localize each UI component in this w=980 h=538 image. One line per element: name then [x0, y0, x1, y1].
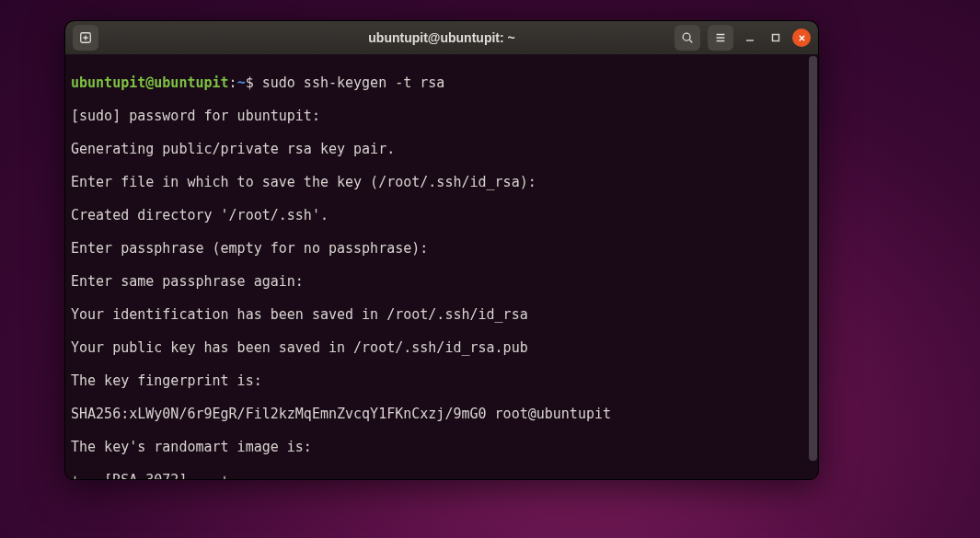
output-line: [sudo] password for ubuntupit: — [71, 108, 813, 124]
titlebar: ubuntupit@ubuntupit: ~ — [65, 21, 818, 54]
terminal-body[interactable]: ubuntupit@ubuntupit:~$ sudo ssh-keygen -… — [65, 54, 818, 479]
prompt-line: ubuntupit@ubuntupit:~$ sudo ssh-keygen -… — [71, 74, 813, 91]
prompt-user-host: ubuntupit@ubuntupit — [71, 74, 229, 91]
output-line: SHA256:xLWy0N/6r9EgR/Fil2kzMqEmnZvcqY1FK… — [71, 406, 813, 422]
terminal-window: ubuntupit@ubuntupit: ~ ubuntupit@ubuntup… — [64, 20, 819, 480]
output-line: Enter same passphrase again: — [71, 273, 813, 290]
output-line: Your identification has been saved in /r… — [71, 306, 813, 323]
randomart-line: +---[RSA 3072]----+ — [71, 472, 813, 480]
maximize-button[interactable] — [767, 29, 785, 47]
scrollbar-thumb[interactable] — [809, 56, 817, 461]
svg-line-4 — [689, 40, 692, 42]
svg-rect-9 — [773, 35, 779, 41]
close-button[interactable] — [792, 29, 811, 47]
command-text: sudo ssh-keygen -t rsa — [262, 74, 445, 91]
scrollbar[interactable] — [809, 56, 817, 461]
output-line: The key fingerprint is: — [71, 372, 813, 389]
output-line: The key's randomart image is: — [71, 439, 813, 455]
prompt-path: ~ — [237, 74, 246, 91]
menu-button[interactable] — [708, 25, 733, 51]
output-line: Enter passphrase (empty for no passphras… — [71, 240, 813, 257]
search-button[interactable] — [674, 25, 700, 51]
minimize-button[interactable] — [741, 29, 759, 47]
output-line: Enter file in which to save the key (/ro… — [71, 174, 813, 190]
output-line: Created directory '/root/.ssh'. — [71, 207, 813, 223]
prompt-symbol: $ — [246, 74, 254, 91]
svg-point-3 — [683, 33, 690, 40]
output-line: Your public key has been saved in /root/… — [71, 339, 813, 356]
output-line: Generating public/private rsa key pair. — [71, 141, 813, 157]
new-tab-button[interactable] — [73, 25, 98, 51]
